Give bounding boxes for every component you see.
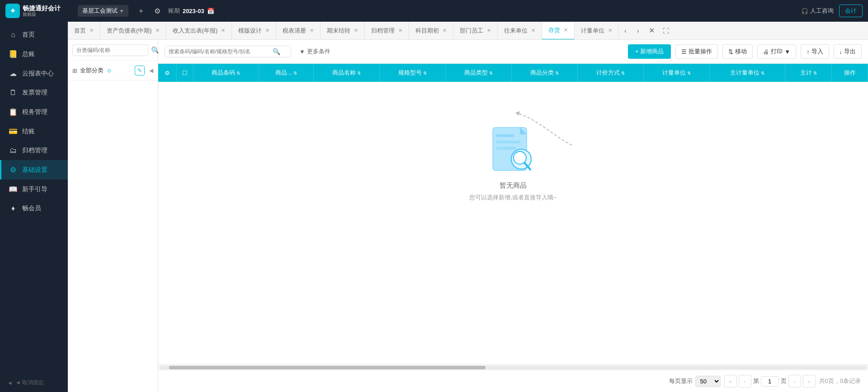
move-button[interactable]: ⇅ 移动 <box>722 44 753 59</box>
service-button[interactable]: 🎧 人工咨询 <box>801 7 834 15</box>
empty-sub-text: 您可以选择新增,或者直接导入哦~ <box>469 194 557 202</box>
tab-home[interactable]: 首页 ✕ <box>68 22 100 40</box>
tab-prev-button[interactable]: ‹ <box>619 22 632 40</box>
page-size-select[interactable]: 50 10 20 100 <box>695 376 721 387</box>
tab-income-statement[interactable]: 收入支出表(年报) ✕ <box>166 22 232 40</box>
sidebar-item-label: 总账 <box>22 50 35 58</box>
tab-close-icon[interactable]: ✕ <box>265 28 269 33</box>
category-search-box: 🔍 <box>68 40 158 61</box>
tab-close-icon[interactable]: ✕ <box>608 28 612 33</box>
filter-button[interactable]: ▼ 更多条件 <box>295 45 335 58</box>
panel-collapse-button[interactable]: ◀ <box>149 67 153 74</box>
toolbar-right: + 新增商品 ☰ 批量操作 ⇅ 移动 🖨 打印 <box>628 44 862 59</box>
scroll-thumb[interactable] <box>169 366 486 369</box>
tab-expand-button[interactable]: ⛶ <box>659 22 673 40</box>
tab-template-design[interactable]: 模版设计 ✕ <box>232 22 276 40</box>
product-search-bar[interactable]: 🔍 <box>165 46 291 57</box>
prev-page-button[interactable]: ‹ <box>739 375 751 387</box>
sidebar-item-invoices[interactable]: 🗒 发票管理 <box>0 83 68 102</box>
period-value: 2023-03 <box>183 8 204 14</box>
sidebar-item-settlement[interactable]: 💳 结账 <box>0 122 68 141</box>
product-search-input[interactable] <box>169 48 273 55</box>
import-button[interactable]: ↑ 导入 <box>801 44 829 59</box>
tab-close-icon[interactable]: ✕ <box>487 28 491 33</box>
tab-close-icon[interactable]: ✕ <box>531 28 535 33</box>
tab-tax-table[interactable]: 税表清册 ✕ <box>276 22 321 40</box>
company-name: 基层工会测试 <box>82 7 118 15</box>
company-selector[interactable]: 基层工会测试 ▼ <box>78 5 128 17</box>
tab-label: 资产负债表(中期) <box>107 27 152 35</box>
app-edition: 旗舰版 <box>23 12 61 17</box>
sidebar-item-member[interactable]: ♦ 畅会员 <box>0 199 68 218</box>
tab-label: 收入支出表(年报) <box>173 27 218 35</box>
sidebar-item-archive[interactable]: 🗂 归档管理 <box>0 141 68 160</box>
sidebar-item-cloud-reports[interactable]: ☁ 云报表中心 <box>0 64 68 83</box>
category-header: ⊞ 全部分类 ⊙ ✎ ◀ <box>68 61 158 80</box>
th-type[interactable]: 商品类型⇅ <box>446 64 512 82</box>
batch-operation-button[interactable]: ☰ 批量操作 <box>675 44 718 59</box>
tab-bar: 首页 ✕ 资产负债表(中期) ✕ 收入支出表(年报) ✕ 模版设计 ✕ 税表清册… <box>68 22 868 40</box>
th-price-method[interactable]: 计价方式⇅ <box>577 64 643 82</box>
tab-close-icon[interactable]: ✕ <box>564 27 568 33</box>
sidebar-item-label: 畅会员 <box>22 204 41 213</box>
tab-archive-mgmt[interactable]: 归档管理 ✕ <box>365 22 409 40</box>
page-number-input[interactable] <box>761 376 779 387</box>
account-button[interactable]: 会计 <box>839 5 863 17</box>
th-code[interactable]: 商品...⇅ <box>259 64 314 82</box>
tab-close-all-button[interactable]: ✕ <box>644 22 659 40</box>
print-button[interactable]: 🖨 打印 ▼ <box>757 44 796 59</box>
th-name[interactable]: 商品名称⇅ <box>314 64 380 82</box>
table-header-row: ⚙ ☐ 商品条码⇅ 商品...⇅ 商品名称⇅ <box>158 64 868 82</box>
th-main-unit[interactable]: 主计量单位⇅ <box>709 64 785 82</box>
tab-close-icon[interactable]: ✕ <box>221 28 225 33</box>
scroll-track[interactable] <box>160 366 866 369</box>
th-settings[interactable]: ⚙ <box>158 64 176 82</box>
tab-close-icon[interactable]: ✕ <box>398 28 402 33</box>
table-container: ⚙ ☐ 商品条码⇅ 商品...⇅ 商品名称⇅ <box>158 64 868 364</box>
last-page-button[interactable]: » <box>803 375 816 387</box>
th-category[interactable]: 商品分类⇅ <box>511 64 577 82</box>
tab-subject-init[interactable]: 科目期初 ✕ <box>409 22 453 40</box>
tab-balance-sheet[interactable]: 资产负债表(中期) ✕ <box>100 22 166 40</box>
print-icon: 🖨 <box>763 48 769 55</box>
next-page-button[interactable]: › <box>788 375 801 387</box>
sidebar-item-home[interactable]: ⌂ 首页 <box>0 25 68 44</box>
first-page-button[interactable]: « <box>724 375 737 387</box>
member-icon: ♦ <box>9 204 18 213</box>
add-tab-button[interactable]: ＋ <box>135 5 147 17</box>
export-button[interactable]: ↓ 导出 <box>834 44 862 59</box>
th-actions: 操作 <box>832 64 868 82</box>
sidebar-item-guide[interactable]: 📖 新手引导 <box>0 179 68 199</box>
sidebar-item-settings[interactable]: ⚙ 基础设置 <box>0 160 68 179</box>
th-checkbox[interactable]: ☐ <box>176 64 193 82</box>
tab-close-icon[interactable]: ✕ <box>90 28 94 33</box>
tab-close-icon[interactable]: ✕ <box>443 28 447 33</box>
tab-close-icon[interactable]: ✕ <box>156 28 160 33</box>
print-label: 打印 <box>771 47 783 56</box>
tab-period-transfer[interactable]: 期末结转 ✕ <box>321 22 365 40</box>
th-col3[interactable]: 主计⇅ <box>785 64 832 82</box>
calendar-icon[interactable]: 📅 <box>207 8 214 14</box>
category-edit-button[interactable]: ✎ <box>135 66 145 76</box>
tab-dept-employee[interactable]: 部门员工 ✕ <box>453 22 498 40</box>
empty-illustration <box>445 109 581 181</box>
filter-icon: ▼ <box>299 48 305 55</box>
sidebar-item-tax[interactable]: 📋 税务管理 <box>0 102 68 122</box>
unpin-button[interactable]: ◄ ◄ 取消固定 <box>0 373 68 392</box>
svg-rect-3 <box>496 141 521 143</box>
category-search-input[interactable] <box>72 44 148 56</box>
add-product-button[interactable]: + 新增商品 <box>628 44 671 59</box>
tab-close-icon[interactable]: ✕ <box>354 28 358 33</box>
tab-contacts[interactable]: 往来单位 ✕ <box>498 22 542 40</box>
category-all-label[interactable]: 全部分类 <box>80 66 104 75</box>
sidebar-item-ledger[interactable]: 📒 总账 <box>0 44 68 64</box>
th-barcode[interactable]: 商品条码⇅ <box>193 64 259 82</box>
settings-button[interactable]: ⚙ <box>151 5 164 17</box>
tab-close-icon[interactable]: ✕ <box>310 28 314 33</box>
th-spec[interactable]: 规格型号⇅ <box>380 64 446 82</box>
th-unit[interactable]: 计量单位⇅ <box>643 64 709 82</box>
horizontal-scrollbar[interactable] <box>158 364 868 370</box>
tab-inventory[interactable]: 存货 ✕ <box>542 22 575 40</box>
tab-next-button[interactable]: › <box>632 22 644 40</box>
tab-unit[interactable]: 计量单位 ✕ <box>575 22 619 40</box>
